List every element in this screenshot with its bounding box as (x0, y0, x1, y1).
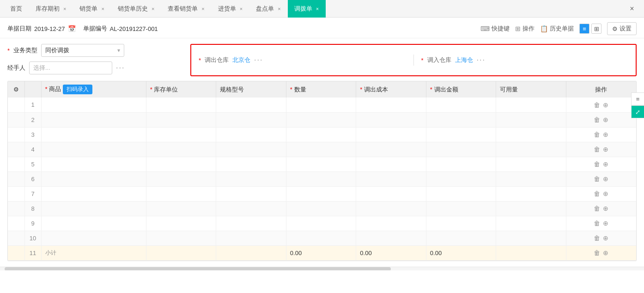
delete-icon[interactable]: 🗑 (594, 234, 600, 242)
row-spec-cell[interactable] (216, 157, 286, 171)
row-product-cell[interactable] (41, 142, 146, 157)
row-unit-cell[interactable] (146, 216, 216, 231)
row-unit-cell[interactable] (146, 201, 216, 216)
row-avail-cell[interactable] (496, 216, 566, 231)
copy-icon[interactable]: ⊕ (603, 101, 608, 109)
row-qty-cell[interactable] (286, 231, 356, 245)
row-avail-cell[interactable] (496, 201, 566, 216)
tab-transfer-order-close[interactable]: × (316, 6, 319, 12)
tab-sales-history[interactable]: 销货单历史 × (111, 0, 161, 18)
shortcut-btn[interactable]: ⌨ 快捷键 (480, 24, 510, 33)
row-product-cell[interactable] (41, 216, 146, 231)
delete-icon[interactable]: 🗑 (594, 146, 600, 153)
row-unit-cell[interactable] (146, 142, 216, 157)
row-spec-cell[interactable] (216, 231, 286, 245)
row-amount-cell[interactable] (426, 157, 496, 171)
copy-icon[interactable]: ⊕ (603, 160, 608, 168)
delete-icon[interactable]: 🗑 (594, 205, 600, 212)
row-amount-cell[interactable] (426, 216, 496, 231)
row-qty-cell[interactable] (286, 216, 356, 231)
row-avail-cell[interactable] (496, 98, 566, 112)
delete-icon[interactable]: 🗑 (594, 160, 600, 168)
transfer-in-more-icon[interactable]: ··· (477, 56, 486, 64)
row-qty-cell[interactable] (286, 127, 356, 142)
row-product-cell[interactable] (41, 157, 146, 171)
row-cost-cell[interactable] (356, 201, 426, 216)
transfer-out-more-icon[interactable]: ··· (254, 56, 263, 64)
tab-view-sales[interactable]: 查看销货单 × (161, 0, 211, 18)
tab-view-sales-close[interactable]: × (201, 6, 204, 12)
delete-icon[interactable]: 🗑 (594, 101, 600, 109)
row-cost-cell[interactable] (356, 127, 426, 142)
copy-icon[interactable]: ⊕ (603, 190, 608, 197)
settings-btn[interactable]: ⚙ 设置 (607, 22, 637, 35)
delete-icon[interactable]: 🗑 (594, 190, 600, 197)
scrollbar-thumb[interactable] (5, 267, 391, 270)
delete-icon[interactable]: 🗑 (594, 131, 600, 138)
row-unit-cell[interactable] (146, 157, 216, 171)
scan-button[interactable]: 扫码录入 (63, 85, 92, 94)
tab-purchase-order[interactable]: 进货单 × (212, 0, 249, 18)
subtotal-delete-icon[interactable]: 🗑 (594, 249, 600, 256)
row-qty-cell[interactable] (286, 157, 356, 171)
row-spec-cell[interactable] (216, 186, 286, 201)
row-spec-cell[interactable] (216, 98, 286, 112)
th-settings[interactable]: ⚙ (8, 81, 24, 98)
row-avail-cell[interactable] (496, 186, 566, 201)
subtotal-copy-icon[interactable]: ⊕ (603, 249, 608, 256)
row-amount-cell[interactable] (426, 127, 496, 142)
row-amount-cell[interactable] (426, 231, 496, 245)
row-qty-cell[interactable] (286, 112, 356, 127)
row-product-cell[interactable] (41, 98, 146, 112)
tab-inventory-check-close[interactable]: × (278, 6, 280, 12)
row-avail-cell[interactable] (496, 171, 566, 186)
row-spec-cell[interactable] (216, 201, 286, 216)
grid-view-btn[interactable]: ⊞ (591, 24, 601, 34)
scrollbar-area[interactable] (0, 267, 644, 270)
history-btn[interactable]: 📋 历史单据 (540, 24, 574, 33)
row-qty-cell[interactable] (286, 171, 356, 186)
row-spec-cell[interactable] (216, 216, 286, 231)
delete-icon[interactable]: 🗑 (594, 175, 600, 183)
row-product-cell[interactable] (41, 171, 146, 186)
row-product-cell[interactable] (41, 231, 146, 245)
row-cost-cell[interactable] (356, 142, 426, 157)
calendar-icon[interactable]: 📅 (68, 25, 76, 32)
copy-icon[interactable]: ⊕ (603, 131, 608, 138)
tab-transfer-order[interactable]: 调拨单 × (288, 0, 326, 18)
row-qty-cell[interactable] (286, 201, 356, 216)
row-cost-cell[interactable] (356, 231, 426, 245)
row-unit-cell[interactable] (146, 127, 216, 142)
row-cost-cell[interactable] (356, 216, 426, 231)
row-unit-cell[interactable] (146, 186, 216, 201)
row-unit-cell[interactable] (146, 231, 216, 245)
copy-icon[interactable]: ⊕ (603, 220, 608, 227)
tab-sales-order[interactable]: 销货单 × (73, 0, 111, 18)
row-avail-cell[interactable] (496, 142, 566, 157)
row-spec-cell[interactable] (216, 112, 286, 127)
delete-icon[interactable]: 🗑 (594, 116, 600, 123)
list-view-btn[interactable]: ≡ (579, 24, 589, 34)
row-qty-cell[interactable] (286, 186, 356, 201)
row-amount-cell[interactable] (426, 201, 496, 216)
row-qty-cell[interactable] (286, 98, 356, 112)
row-unit-cell[interactable] (146, 98, 216, 112)
row-spec-cell[interactable] (216, 171, 286, 186)
copy-icon[interactable]: ⊕ (603, 205, 608, 212)
row-unit-cell[interactable] (146, 112, 216, 127)
window-close-button[interactable]: × (624, 0, 640, 18)
row-product-cell[interactable] (41, 201, 146, 216)
row-product-cell[interactable] (41, 112, 146, 127)
tab-inventory-init[interactable]: 库存期初 × (29, 0, 73, 18)
tab-inventory-check[interactable]: 盘点单 × (249, 0, 287, 18)
row-amount-cell[interactable] (426, 112, 496, 127)
operation-btn[interactable]: ⊞ 操作 (515, 24, 535, 33)
copy-icon[interactable]: ⊕ (603, 175, 608, 183)
delete-icon[interactable]: 🗑 (594, 220, 600, 227)
row-qty-cell[interactable] (286, 142, 356, 157)
tab-sales-order-close[interactable]: × (101, 6, 104, 12)
tab-home[interactable]: 首页 (4, 0, 29, 18)
row-cost-cell[interactable] (356, 98, 426, 112)
tab-purchase-order-close[interactable]: × (240, 6, 243, 12)
handler-more-icon[interactable]: ··· (116, 64, 125, 72)
